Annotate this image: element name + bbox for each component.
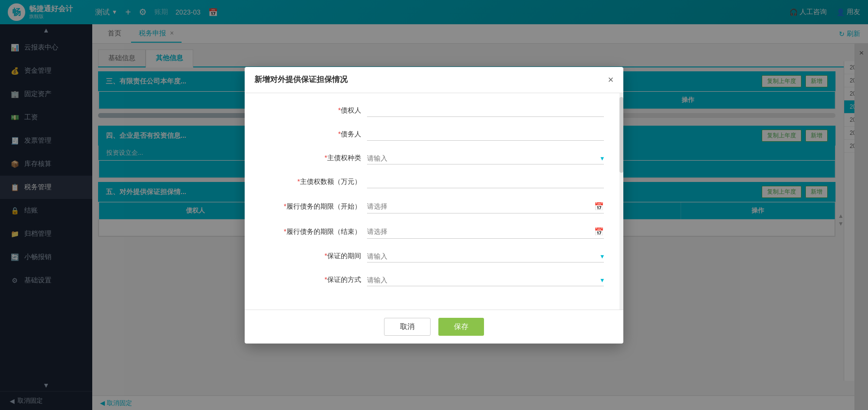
period-start-wrapper: 📅 (367, 200, 604, 213)
form-row-guarantee-period: *保证的期间 ▾ (264, 250, 604, 262)
modal-title: 新增对外提供保证担保情况 (254, 75, 348, 85)
form-row-creditor: *债权人 (264, 105, 604, 117)
period-end-label: *履行债务的期限（结束） (264, 228, 361, 236)
guarantee-period-input[interactable] (367, 252, 601, 260)
claim-type-arrow-icon[interactable]: ▾ (601, 154, 604, 162)
guarantee-period-arrow-icon[interactable]: ▾ (601, 252, 604, 260)
period-start-input[interactable] (367, 202, 594, 210)
guarantee-method-arrow-icon[interactable]: ▾ (601, 276, 604, 284)
creditor-input[interactable] (367, 105, 604, 117)
modal-header: 新增对外提供保证担保情况 × (245, 67, 623, 93)
period-end-input[interactable] (367, 228, 594, 235)
modal-body: *债权人 *债务人 *主债权种类 ▾ (245, 93, 623, 310)
debtor-label: *债务人 (264, 130, 361, 139)
modal-overlay: 新增对外提供保证担保情况 × *债权人 *债务人 (0, 0, 868, 410)
save-button[interactable]: 保存 (438, 318, 484, 336)
guarantee-period-label: *保证的期间 (264, 252, 361, 261)
modal-close-btn[interactable]: × (608, 75, 614, 84)
form-row-debtor: *债务人 (264, 129, 604, 141)
guarantee-method-input[interactable] (367, 276, 601, 284)
claim-type-wrapper: ▾ (367, 152, 604, 164)
claim-amount-input[interactable] (367, 176, 604, 188)
form-row-claim-amount: *主债权数额（万元） (264, 176, 604, 188)
period-start-calendar-icon[interactable]: 📅 (594, 202, 604, 211)
guarantee-method-label: *保证的方式 (264, 276, 361, 284)
claim-amount-label: *主债权数额（万元） (264, 178, 361, 186)
modal-scrollbar-thumb (619, 97, 623, 173)
period-start-label: *履行债务的期限（开始） (264, 202, 361, 211)
modal-footer: 取消 保存 (245, 310, 623, 344)
creditor-label: *债权人 (264, 106, 361, 115)
period-end-calendar-icon[interactable]: 📅 (594, 227, 604, 236)
form-row-claim-type: *主债权种类 ▾ (264, 152, 604, 164)
form-row-period-end: *履行债务的期限（结束） 📅 (264, 225, 604, 239)
debtor-input[interactable] (367, 129, 604, 141)
modal-scrollbar-track (619, 93, 623, 310)
modal: 新增对外提供保证担保情况 × *债权人 *债务人 (245, 67, 623, 344)
claim-type-label: *主债权种类 (264, 154, 361, 163)
guarantee-period-wrapper: ▾ (367, 250, 604, 262)
guarantee-method-wrapper: ▾ (367, 274, 604, 286)
cancel-button[interactable]: 取消 (384, 318, 431, 336)
form-row-guarantee-method: *保证的方式 ▾ (264, 274, 604, 286)
period-end-wrapper: 📅 (367, 225, 604, 239)
form-row-period-start: *履行债务的期限（开始） 📅 (264, 200, 604, 213)
claim-type-input[interactable] (367, 154, 601, 162)
